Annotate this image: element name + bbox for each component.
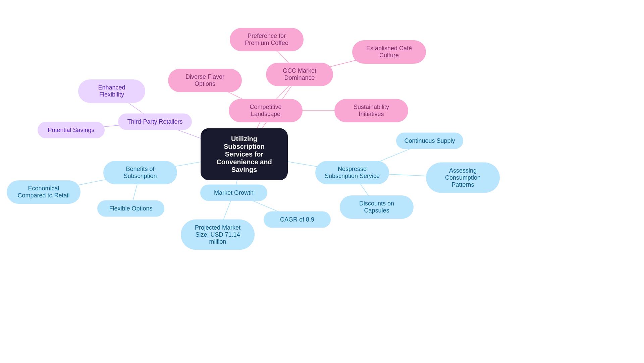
mind-map: Utilizing Subscription Services for Conv… xyxy=(0,0,644,363)
continuous-supply-node[interactable]: Continuous Supply xyxy=(396,133,463,149)
benefits-sub-node[interactable]: Benefits of Subscription xyxy=(103,161,177,184)
competitive-node[interactable]: Competitive Landscape xyxy=(229,99,303,122)
preference-premium-node[interactable]: Preference for Premium Coffee xyxy=(230,28,304,51)
sustainability-node[interactable]: Sustainability Initiatives xyxy=(334,99,408,122)
discounts-node[interactable]: Discounts on Capsules xyxy=(340,195,414,219)
gcc-market-node[interactable]: GCC Market Dominance xyxy=(266,63,333,86)
diverse-flavor-node[interactable]: Diverse Flavor Options xyxy=(168,69,242,92)
assessing-node[interactable]: Assessing Consumption Patterns xyxy=(426,163,500,193)
potential-savings-node[interactable]: Potential Savings xyxy=(38,122,105,138)
market-growth-node[interactable]: Market Growth xyxy=(200,185,267,201)
nespresso-sub-node[interactable]: Nespresso Subscription Service xyxy=(315,161,389,184)
center-node[interactable]: Utilizing Subscription Services for Conv… xyxy=(201,128,288,180)
enhanced-flex-node[interactable]: Enhanced Flexibility xyxy=(78,79,145,103)
projected-market-node[interactable]: Projected Market Size: USD 71.14 million xyxy=(181,220,255,250)
cagr-node[interactable]: CAGR of 8.9 xyxy=(264,211,331,228)
established-cafe-node[interactable]: Established Café Culture xyxy=(352,40,426,64)
flexible-options-node[interactable]: Flexible Options xyxy=(97,200,164,217)
third-party-node[interactable]: Third-Party Retailers xyxy=(118,114,192,130)
economical-node[interactable]: Economical Compared to Retail xyxy=(7,180,80,204)
